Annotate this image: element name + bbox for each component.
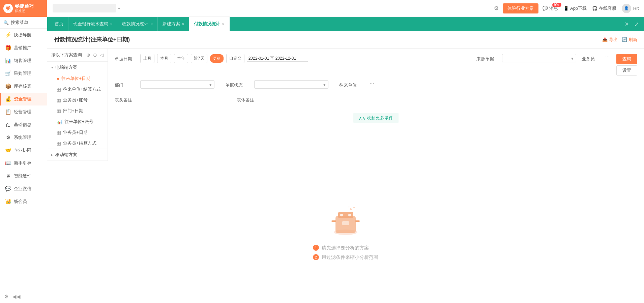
sidebar-item-purchase[interactable]: 🛒 采购管理 bbox=[0, 67, 47, 80]
add-scheme-icon[interactable]: ⊕ bbox=[86, 52, 90, 58]
tab-bank[interactable]: 现金银行流水查询 × bbox=[68, 17, 117, 31]
sidebar-item-label: 系统管理 bbox=[14, 134, 31, 141]
related-party-label: 往来单位 bbox=[339, 80, 363, 90]
sidebar-item-label: 经营管理 bbox=[14, 109, 31, 115]
date-7days-btn[interactable]: 近7天 bbox=[191, 54, 207, 63]
svg-point-9 bbox=[353, 207, 355, 208]
gear-icon: ⚙ bbox=[5, 134, 11, 141]
app-download-btn[interactable]: 📱 App下载 bbox=[563, 5, 587, 11]
tab-label: 现金银行流水查询 bbox=[73, 21, 108, 27]
date-this-year-btn[interactable]: 本年 bbox=[174, 54, 188, 63]
manage-scheme-icon[interactable]: ⊙ bbox=[93, 52, 97, 58]
monitor-icon: 🖥 bbox=[5, 173, 11, 179]
filter-row-1: 单据日期 上月 本月 本年 近7天 更多 自定义 来源单据 bbox=[115, 54, 637, 75]
date-last-month-btn[interactable]: 上月 bbox=[140, 54, 154, 63]
collapse-scheme-icon[interactable]: ◁ bbox=[100, 52, 104, 58]
date-range-input[interactable] bbox=[247, 55, 308, 62]
chevron-up-icon: ∧∧ bbox=[359, 116, 365, 121]
sidebar-item-marketing[interactable]: 🎁 营销推广 bbox=[0, 41, 47, 54]
svg-point-8 bbox=[350, 208, 352, 210]
dept-select[interactable] bbox=[140, 80, 214, 89]
sidebar-item-operation[interactable]: 📋 经营管理 bbox=[0, 105, 47, 118]
tab-close-all-icon[interactable]: ✕ bbox=[622, 21, 632, 27]
user-menu[interactable]: 👤 Rit bbox=[622, 4, 639, 13]
sidebar-item-basic[interactable]: 🗂 基础信息 bbox=[0, 118, 47, 131]
search-icon: 🔍 bbox=[3, 20, 9, 25]
tab-close-icon[interactable]: × bbox=[110, 22, 112, 26]
doc-status-select[interactable] bbox=[254, 80, 328, 89]
scheme-item-label: 业务员+账号 bbox=[63, 97, 88, 103]
tab-receipt-stat[interactable]: 收款情况统计 × bbox=[117, 17, 157, 31]
tab-payment-stat[interactable]: 付款情况统计 × bbox=[189, 17, 229, 31]
scheme-group-mobile-header[interactable]: ▸ 移动端方案 bbox=[47, 149, 108, 160]
filter-area: 单据日期 上月 本月 本年 近7天 更多 自定义 来源单据 bbox=[108, 49, 644, 161]
sidebar-item-label: 企业协同 bbox=[14, 147, 31, 153]
scheme-item-table-icon: ▦ bbox=[57, 108, 61, 114]
scheme-item-table-icon: ▦ bbox=[57, 87, 61, 92]
sidebar-search[interactable]: 🔍 搜索菜单 bbox=[0, 17, 47, 29]
scheme-item-staff-date[interactable]: ▦ 业务员+日期 bbox=[47, 127, 108, 138]
collapse-more-btn[interactable]: ∧∧ 收起更多条件 bbox=[353, 113, 399, 123]
sidebar-item-sales[interactable]: 📊 销售管理 bbox=[0, 54, 47, 67]
date-this-month-btn[interactable]: 本月 bbox=[157, 54, 171, 63]
export-btn[interactable]: 📤 导出 bbox=[602, 37, 618, 43]
mobile-icon: 📱 bbox=[563, 6, 569, 11]
sidebar-item-enterprise[interactable]: 🤝 企业协同 bbox=[0, 144, 47, 157]
topbar-settings-icon[interactable]: ⚙ bbox=[494, 5, 499, 11]
sidebar-item-label: 智能硬件 bbox=[14, 173, 31, 179]
header-note-label: 表头备注 bbox=[115, 95, 135, 105]
sidebar-item-guide[interactable]: 📖 新手引导 bbox=[0, 157, 47, 170]
trial-btn[interactable]: 体验行业方案 bbox=[503, 3, 538, 13]
chevron-down-icon[interactable]: ▾ bbox=[118, 6, 120, 11]
scheme-item-dept-date[interactable]: ▦ 部门+日期 bbox=[47, 105, 108, 116]
tab-close-icon[interactable]: × bbox=[150, 22, 152, 26]
scheme-item-related-account[interactable]: 📊 往来单位+账号 bbox=[47, 116, 108, 127]
collapse-bar: ∧∧ 收起更多条件 bbox=[115, 110, 637, 126]
dept-select-wrapper bbox=[140, 80, 214, 89]
chart-icon: 📊 bbox=[5, 58, 11, 64]
refresh-btn[interactable]: 🔄 刷新 bbox=[622, 37, 637, 43]
collapse-sidebar-icon[interactable]: ◀◀ bbox=[12, 294, 21, 300]
source-select[interactable] bbox=[502, 54, 576, 62]
online-service-btn[interactable]: 🎧 在线客服 bbox=[592, 5, 616, 11]
sidebar-item-hardware[interactable]: 🖥 智能硬件 bbox=[0, 170, 47, 182]
sidebar-item-system[interactable]: ⚙ 系统管理 bbox=[0, 131, 47, 144]
settings-footer-icon[interactable]: ⚙ bbox=[4, 294, 8, 300]
tab-home[interactable]: 首页 bbox=[50, 17, 68, 31]
date-more-btn[interactable]: 更多 bbox=[210, 54, 224, 63]
sidebar-item-member[interactable]: 👑 畅会员 bbox=[0, 195, 47, 208]
scheme-group-pc-header[interactable]: ▾ 电脑端方案 bbox=[47, 62, 108, 73]
date-custom-btn[interactable]: 自定义 bbox=[226, 54, 244, 63]
scheme-item-related-settle[interactable]: ▦ 往来单位+结算方式 bbox=[47, 84, 108, 95]
scheme-item-table-icon: ▦ bbox=[57, 130, 61, 135]
dept-label: 部门 bbox=[115, 80, 135, 90]
empty-tip-2-text: 用过滤条件来缩小分析范围 bbox=[322, 252, 378, 262]
page-title: 付款情况统计(往来单位+日期) bbox=[54, 36, 130, 43]
scheme-item-label: 往来单位+日期 bbox=[61, 75, 90, 82]
headset-icon: 🎧 bbox=[592, 6, 597, 11]
sidebar-item-funds[interactable]: 💰 资金管理 bbox=[0, 93, 47, 105]
tip-num-1: 1 bbox=[313, 245, 319, 251]
tab-close-icon[interactable]: × bbox=[182, 22, 184, 26]
user-name: Rit bbox=[633, 6, 639, 11]
sidebar-item-wechat[interactable]: 💬 企业微信 bbox=[0, 182, 47, 195]
related-party-dots-btn[interactable]: ··· bbox=[368, 80, 375, 86]
sidebar-item-label: 销售管理 bbox=[14, 58, 31, 64]
header-note-input[interactable] bbox=[140, 95, 221, 103]
avatar: 👤 bbox=[622, 4, 631, 13]
scheme-item-related-date[interactable]: ● 往来单位+日期 bbox=[47, 73, 108, 84]
scheme-item-staff-account[interactable]: ▦ 业务员+账号 bbox=[47, 95, 108, 105]
tab-close-icon[interactable]: × bbox=[222, 22, 224, 26]
staff-dots-btn[interactable]: ··· bbox=[604, 54, 611, 60]
setting-btn[interactable]: 设置 bbox=[616, 65, 637, 75]
sidebar-item-inventory[interactable]: 📦 库存核算 bbox=[0, 80, 47, 93]
message-btn[interactable]: 💬 消息 99+ bbox=[543, 5, 558, 11]
query-btn[interactable]: 查询 bbox=[616, 54, 637, 64]
sidebar-footer: ⚙ ◀◀ bbox=[0, 290, 47, 303]
scheme-item-staff-settle[interactable]: ▦ 业务员+结算方式 bbox=[47, 138, 108, 149]
body-note-input[interactable] bbox=[266, 95, 367, 103]
sidebar-item-quick-nav[interactable]: ⚡ 快捷导航 bbox=[0, 29, 47, 41]
tab-new-scheme[interactable]: 新建方案 × bbox=[158, 17, 189, 31]
tab-expand-icon[interactable]: ⤢ bbox=[632, 21, 641, 27]
chat-icon: 💬 bbox=[5, 186, 11, 192]
